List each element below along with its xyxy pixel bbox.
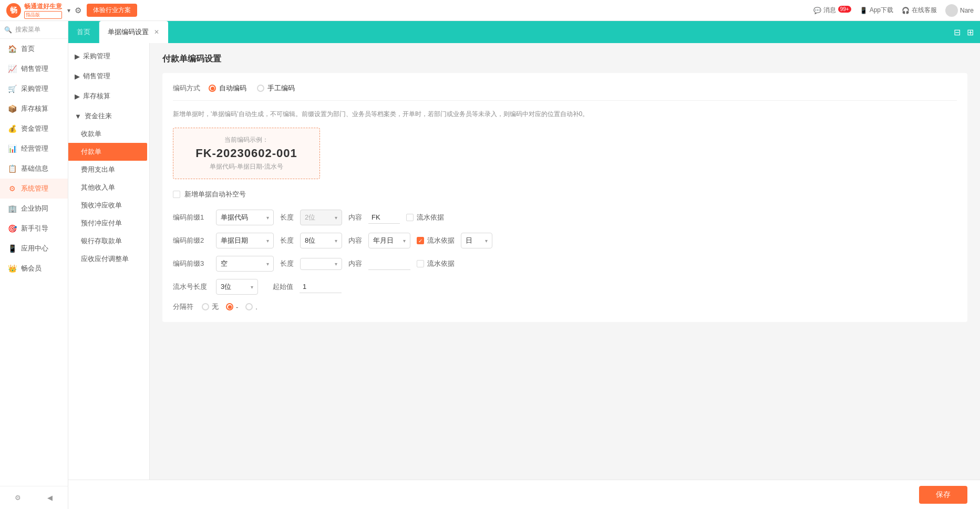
sidebar-item-assets[interactable]: 💰 资金管理 <box>0 119 68 139</box>
sub-item-payment[interactable]: 付款单 <box>68 143 147 161</box>
bottom-settings-btn[interactable]: ⚙ <box>4 491 32 505</box>
sales-icon: 📈 <box>7 64 17 74</box>
serial-length-select[interactable]: 3位 ▾ <box>216 279 258 295</box>
sidebar-item-purchase[interactable]: 🛒 采购管理 <box>0 79 68 99</box>
guide-icon: 🎯 <box>7 224 17 233</box>
sub-item-bank-deposit[interactable]: 银行存取款单 <box>68 232 149 250</box>
auto-fill-checkbox[interactable] <box>173 191 180 198</box>
tab-expand-icon[interactable]: ⊞ <box>967 27 974 37</box>
encoding-type-radio-group: 自动编码 手工编码 <box>209 84 295 93</box>
prefix3-length-select[interactable]: ▾ <box>300 258 342 270</box>
prefix1-stream-checkbox[interactable] <box>406 214 414 221</box>
sidebar-item-system[interactable]: ⚙ 系统管理 <box>0 179 68 199</box>
sidebar-search[interactable]: 🔍 搜索菜单 <box>0 21 68 39</box>
page-title: 付款单编码设置 <box>162 54 967 65</box>
start-value-input[interactable] <box>300 281 342 293</box>
auto-code-radio-inner <box>211 87 214 90</box>
sidebar-item-sales[interactable]: 📈 销售管理 <box>0 59 68 79</box>
sidebar-item-inventory[interactable]: 📦 库存核算 <box>0 99 68 119</box>
preview-label: 当前编码示例： <box>224 136 269 144</box>
save-button[interactable]: 保存 <box>919 486 967 504</box>
prefix1-length-label: 长度 <box>280 213 294 222</box>
apps-icon: 📱 <box>7 244 17 253</box>
sub-item-receipt[interactable]: 收款单 <box>68 125 149 143</box>
settings-icon[interactable]: ⚙ <box>75 6 81 15</box>
nav-dropdown-icon[interactable]: ▾ <box>67 7 70 14</box>
tab-minimize-icon[interactable]: ⊟ <box>954 27 961 37</box>
preview-box: 当前编码示例： FK-20230602-001 单据代码-单据日期-流水号 <box>173 128 320 179</box>
bottom-collapse-btn[interactable]: ◀ <box>36 491 64 505</box>
manual-code-radio[interactable]: 手工编码 <box>257 84 295 93</box>
tab-encoding[interactable]: 单据编码设置 ✕ <box>99 21 168 43</box>
topbar: 畅 畅通道好生意 指品版 ▾ ⚙ 体验行业方案 💬 消息 99+ 📱 App下载… <box>0 0 980 21</box>
app-download-item[interactable]: 📱 App下载 <box>860 6 893 15</box>
serial-length-arrow-icon: ▾ <box>251 284 253 290</box>
prefix2-stream-unit-arrow-icon: ▾ <box>485 238 488 244</box>
prefix1-stream-label: 流水依据 <box>417 213 444 222</box>
app-icon: 📱 <box>860 7 868 14</box>
message-badge: 99+ <box>838 6 851 13</box>
main-layout: 🔍 搜索菜单 🏠 首页 📈 销售管理 🛒 采购管理 📦 库存核算 💰 资金管理 … <box>0 21 980 509</box>
sub-item-expense[interactable]: 费用支出单 <box>68 161 149 179</box>
prefix1-length-arrow-icon: ▾ <box>335 215 337 221</box>
topbar-nav: ▾ ⚙ <box>67 6 81 15</box>
separator-options: 无 - . <box>202 302 257 311</box>
sep-dot-option[interactable]: . <box>245 303 257 311</box>
online-service-item[interactable]: 🎧 在线客服 <box>902 6 937 15</box>
sep-none-option[interactable]: 无 <box>202 302 219 311</box>
sidebar-item-member[interactable]: 👑 畅会员 <box>0 258 68 278</box>
sidebar-item-apps[interactable]: 📱 应用中心 <box>0 238 68 258</box>
sub-item-advance-receive[interactable]: 预收冲应收单 <box>68 196 149 214</box>
prefix3-stream-item: 流水依据 <box>417 259 455 268</box>
sidebar-item-enterprise[interactable]: 🏢 企业协同 <box>0 199 68 219</box>
prefix2-length-select[interactable]: 8位 ▾ <box>300 233 342 248</box>
experience-button[interactable]: 体验行业方案 <box>87 4 137 17</box>
prefix3-select[interactable]: 空 ▾ <box>216 256 274 272</box>
prefix1-content-input[interactable] <box>368 211 400 224</box>
sub-group-fund: ▼ 资金往来 收款单 付款单 费用支出单 其他收入单 预收冲应收单 预付冲应付单… <box>68 107 149 268</box>
tab-home[interactable]: 首页 <box>68 21 99 43</box>
basic-icon: 📋 <box>7 164 17 173</box>
message-item[interactable]: 💬 消息 99+ <box>813 6 851 15</box>
prefix3-stream-checkbox[interactable] <box>417 260 424 267</box>
sub-item-advance-pay[interactable]: 预付冲应付单 <box>68 214 149 232</box>
preview-desc: 单据代码-单据日期-流水号 <box>210 162 283 171</box>
logo-text: 畅通道好生意 指品版 <box>24 2 62 19</box>
headset-icon: 🎧 <box>902 7 910 14</box>
sidebar-item-guide[interactable]: 🎯 新手引导 <box>0 219 68 238</box>
purchase-arrow-icon: ▶ <box>75 53 80 60</box>
tab-close-icon[interactable]: ✕ <box>154 28 159 36</box>
sub-item-other-income[interactable]: 其他收入单 <box>68 179 149 196</box>
sub-group-inventory-header[interactable]: ▶ 库存核算 <box>68 87 149 105</box>
sidebar-item-basic[interactable]: 📋 基础信息 <box>0 159 68 179</box>
prefix3-length-arrow-icon: ▾ <box>335 261 337 267</box>
prefix1-select[interactable]: 单据代码 ▾ <box>216 210 274 225</box>
sidebar-item-operations[interactable]: 📊 经营管理 <box>0 139 68 159</box>
sep-dash-option[interactable]: - <box>226 303 238 311</box>
assets-icon: 💰 <box>7 124 17 133</box>
user-item[interactable]: Nare <box>945 4 974 17</box>
encoding-type-label: 编码方式 <box>173 84 200 93</box>
sub-item-receivable-adjust[interactable]: 应收应付调整单 <box>68 250 149 268</box>
prefix2-stream-checkbox[interactable]: ✓ <box>417 237 424 244</box>
sidebar-item-home[interactable]: 🏠 首页 <box>0 39 68 59</box>
sub-group-sales-header[interactable]: ▶ 销售管理 <box>68 67 149 85</box>
sub-group-inventory: ▶ 库存核算 <box>68 87 149 105</box>
footer-bar: 保存 <box>68 480 980 509</box>
prefix3-stream-label: 流水依据 <box>427 259 455 268</box>
prefix2-select[interactable]: 单据日期 ▾ <box>216 233 274 248</box>
prefix2-stream-unit-select[interactable]: 日 ▾ <box>461 233 492 248</box>
search-icon: 🔍 <box>4 26 12 34</box>
prefix1-stream-item: 流水依据 <box>406 213 444 222</box>
config-row-prefix3: 编码前缀3 空 ▾ 长度 ▾ 内容 <box>173 256 957 272</box>
prefix3-content-input[interactable] <box>368 257 410 270</box>
sub-group-fund-header[interactable]: ▼ 资金往来 <box>68 107 149 125</box>
prefix2-content-label: 内容 <box>348 236 362 245</box>
sales-arrow-icon: ▶ <box>75 72 80 80</box>
auto-code-radio[interactable]: 自动编码 <box>209 84 246 93</box>
encoding-type-row: 编码方式 自动编码 手工编码 <box>173 84 957 101</box>
sub-group-purchase-header[interactable]: ▶ 采购管理 <box>68 47 149 65</box>
page-content: 付款单编码设置 编码方式 自动编码 <box>150 43 980 480</box>
member-icon: 👑 <box>7 264 17 273</box>
prefix2-content-select[interactable]: 年月日 ▾ <box>368 233 410 248</box>
